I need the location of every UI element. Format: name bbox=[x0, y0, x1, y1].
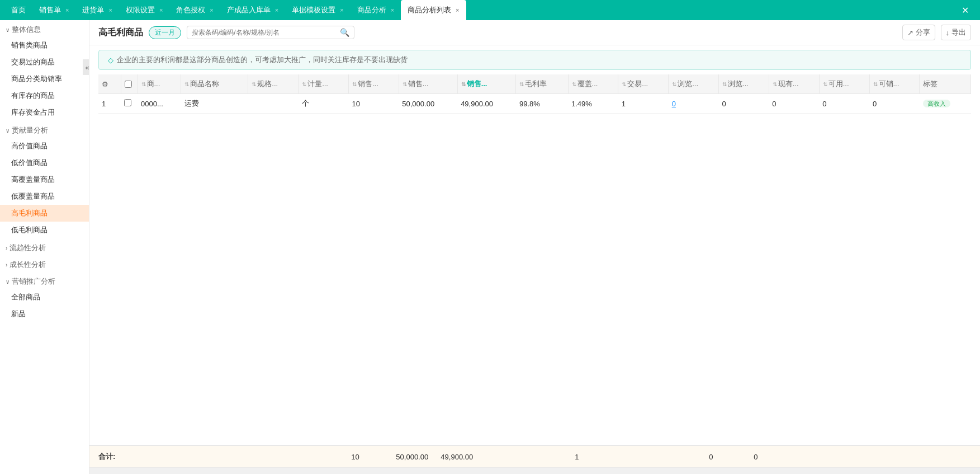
cell-check[interactable] bbox=[121, 94, 138, 114]
close-icon[interactable]: × bbox=[159, 0, 163, 20]
sort-icon: ⇅ bbox=[302, 81, 306, 87]
sidebar-item-low-margin[interactable]: 低毛利商品 bbox=[0, 222, 89, 238]
sidebar-item-all-goods[interactable]: 全部商品 bbox=[0, 289, 89, 306]
window-close-button[interactable]: ✕ bbox=[955, 5, 976, 16]
sidebar-item-low-value[interactable]: 低价值商品 bbox=[0, 154, 89, 171]
nav-template[interactable]: 单据模板设置 × bbox=[285, 0, 350, 20]
col-sales-qty: ⇅销售... bbox=[348, 74, 399, 94]
sidebar-item-category-rate[interactable]: 商品分类助销率 bbox=[0, 71, 89, 87]
col-current-stock: ⇅现有... bbox=[769, 74, 819, 94]
footer-label: 合计: bbox=[98, 452, 115, 462]
col-tag: 标签 bbox=[920, 74, 971, 94]
sidebar-group-growth[interactable]: › 成长性分析 bbox=[0, 255, 89, 272]
sidebar-group-contribution[interactable]: ∨ 贡献量分析 bbox=[0, 121, 89, 138]
row-checkbox[interactable] bbox=[124, 99, 131, 106]
content-header: 高毛利商品 近一月 🔍 ↗ 分享 ↓ 导出 bbox=[89, 20, 980, 45]
export-button[interactable]: ↓ 导出 bbox=[941, 25, 972, 40]
cell-spec bbox=[248, 94, 299, 114]
search-input[interactable] bbox=[192, 29, 340, 36]
sort-icon: ⇅ bbox=[403, 81, 407, 87]
share-button[interactable]: ↗ 分享 bbox=[902, 25, 935, 40]
main-layout: « ∨ 整体信息 销售类商品 交易过的商品 商品分类助销率 有库存的商品 库存资… bbox=[0, 20, 980, 474]
sort-icon: ⇅ bbox=[184, 81, 189, 87]
sidebar-item-new-goods[interactable]: 新品 bbox=[0, 306, 89, 322]
sidebar-collapse-button[interactable]: « bbox=[83, 59, 89, 75]
sidebar-group-overall[interactable]: ∨ 整体信息 bbox=[0, 20, 89, 37]
col-coverage: ⇅覆盖... bbox=[568, 74, 618, 94]
col-gross-margin: ⇅毛利率 bbox=[516, 74, 568, 94]
col-settings[interactable]: ⚙ bbox=[98, 74, 121, 94]
tip-bar: ◇ 企业的主要的利润都是这部分商品创造的，可考虑加大推广，同时关注库存是不要出现… bbox=[98, 50, 971, 70]
sidebar-item-low-coverage[interactable]: 低覆盖量商品 bbox=[0, 188, 89, 205]
col-browse1: ⇅浏览... bbox=[669, 74, 719, 94]
cell-name: 运费 bbox=[181, 94, 248, 114]
col-checkbox[interactable] bbox=[121, 74, 138, 94]
sidebar-item-sales-goods[interactable]: 销售类商品 bbox=[0, 37, 89, 54]
close-icon[interactable]: × bbox=[391, 0, 394, 20]
nav-product-analysis[interactable]: 商品分析 × bbox=[351, 0, 401, 20]
cell-sales-amount: 50,000.00 bbox=[399, 94, 457, 114]
col-spec: ⇅规格... bbox=[248, 74, 299, 94]
footer-current-stock: 0 bbox=[706, 453, 750, 461]
close-icon[interactable]: × bbox=[456, 0, 459, 20]
footer-sales-amount: 50,000.00 bbox=[392, 453, 437, 461]
footer-total-bar: 合计: 10 50,000.00 49,900.00 1 0 0 bbox=[89, 445, 980, 467]
export-icon: ↓ bbox=[946, 29, 950, 37]
footer-cell-empty1 bbox=[124, 453, 169, 461]
sidebar-item-high-value[interactable]: 高价值商品 bbox=[0, 138, 89, 154]
nav-purchase[interactable]: 进货单 × bbox=[75, 0, 119, 20]
chevron-right-icon: › bbox=[6, 245, 7, 251]
cell-browse2: 0 bbox=[719, 94, 769, 114]
search-icon[interactable]: 🔍 bbox=[340, 28, 349, 37]
sidebar: « ∨ 整体信息 销售类商品 交易过的商品 商品分类助销率 有库存的商品 库存资… bbox=[0, 20, 89, 474]
footer-cell-empty2 bbox=[169, 453, 214, 461]
table-container: ⚙ ⇅商... ⇅商品名称 ⇅规格... bbox=[89, 70, 980, 445]
sidebar-item-traded-goods[interactable]: 交易过的商品 bbox=[0, 54, 89, 71]
sort-icon: ⇅ bbox=[722, 81, 727, 87]
nav-home[interactable]: 首页 bbox=[4, 0, 32, 20]
select-all-checkbox[interactable] bbox=[125, 81, 132, 88]
close-icon[interactable]: × bbox=[275, 0, 278, 20]
sort-icon: ⇅ bbox=[773, 81, 777, 87]
horizontal-scrollbar[interactable] bbox=[89, 467, 980, 474]
sidebar-item-stock-capital[interactable]: 库存资金占用 bbox=[0, 104, 89, 121]
sidebar-group-marketing[interactable]: ∨ 营销推广分析 bbox=[0, 272, 89, 289]
nav-sales[interactable]: 销售单 × bbox=[32, 0, 75, 20]
close-icon[interactable]: × bbox=[210, 0, 213, 20]
sidebar-item-high-margin[interactable]: 高毛利商品 bbox=[0, 205, 89, 222]
sort-icon: ⇅ bbox=[461, 81, 466, 87]
close-icon[interactable]: × bbox=[65, 0, 69, 20]
close-icon[interactable]: × bbox=[108, 0, 112, 20]
table-header-row: ⚙ ⇅商... ⇅商品名称 ⇅规格... bbox=[98, 74, 971, 94]
col-saleable: ⇅可销... bbox=[869, 74, 920, 94]
footer-cell-empty5 bbox=[303, 453, 348, 461]
table-row: 1 0000... 运费 个 10 50,000.00 49,900.00 99… bbox=[98, 94, 971, 114]
tip-icon: ◇ bbox=[108, 56, 113, 64]
cell-saleable: 0 bbox=[869, 94, 920, 114]
sidebar-item-high-coverage[interactable]: 高覆盖量商品 bbox=[0, 171, 89, 188]
cell-tag: 高收入 bbox=[920, 94, 971, 114]
cell-sales-qty: 10 bbox=[348, 94, 399, 114]
nav-finished-goods[interactable]: 产成品入库单 × bbox=[220, 0, 285, 20]
nav-product-analysis-list[interactable]: 商品分析列表 × bbox=[401, 0, 466, 20]
cell-coverage: 1.49% bbox=[568, 94, 618, 114]
chevron-right-icon: › bbox=[6, 262, 7, 268]
nav-permission[interactable]: 权限设置 × bbox=[119, 0, 169, 20]
nav-role[interactable]: 角色授权 × bbox=[169, 0, 220, 20]
close-icon[interactable]: × bbox=[340, 0, 343, 20]
sidebar-item-in-stock-goods[interactable]: 有库存的商品 bbox=[0, 87, 89, 104]
col-browse2: ⇅浏览... bbox=[719, 74, 769, 94]
tip-text: 企业的主要的利润都是这部分商品创造的，可考虑加大推广，同时关注库存是不要出现缺货 bbox=[117, 55, 408, 65]
cell-browse1[interactable]: 0 bbox=[669, 94, 719, 114]
cell-no: 1 bbox=[98, 94, 121, 114]
sort-icon: ⇅ bbox=[141, 81, 146, 87]
cell-code: 0000... bbox=[138, 94, 181, 114]
footer-sales-profit: 49,900.00 bbox=[437, 453, 482, 461]
chevron-down-icon: ∨ bbox=[6, 128, 10, 134]
sidebar-group-flow[interactable]: › 流趋性分析 bbox=[0, 238, 89, 255]
cell-gross-margin: 99.8% bbox=[516, 94, 568, 114]
footer-values: 10 50,000.00 49,900.00 1 0 0 bbox=[124, 453, 971, 461]
search-box: 🔍 bbox=[187, 26, 354, 39]
filter-month-button[interactable]: 近一月 bbox=[149, 26, 181, 39]
content-area: 高毛利商品 近一月 🔍 ↗ 分享 ↓ 导出 ◇ 企业的主要的利润都是这部分商品创… bbox=[89, 20, 980, 474]
